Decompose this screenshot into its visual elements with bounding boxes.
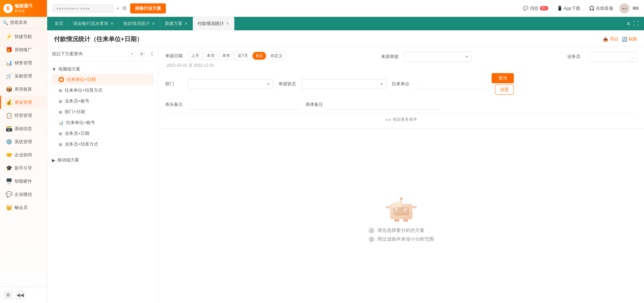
vip-icon: 👑: [6, 204, 12, 211]
settings-footer-btn[interactable]: ⚙: [3, 290, 13, 300]
scheme-dept-date[interactable]: ▦ 部门+日期: [52, 107, 153, 117]
trial-btn[interactable]: 体验行业方案: [130, 3, 166, 13]
sidebar-item-inventory[interactable]: 📦 库存核算: [0, 83, 47, 96]
app-logo-text: 畅捷通巧 标准版: [15, 3, 32, 14]
scheme-counterpart-account[interactable]: 📊 往来单位+账号: [52, 117, 153, 128]
collapse-panel-btn[interactable]: 《: [148, 51, 153, 58]
settings-icon[interactable]: ⚙: [122, 5, 127, 11]
sidebar-item-marketing[interactable]: 🎁 营销推广: [0, 43, 47, 56]
dept-arrow: ▼: [267, 82, 270, 86]
sidebar-item-sales[interactable]: 📊 销售管理: [0, 56, 47, 69]
tabs-controls: ✕ ⛶: [623, 21, 641, 27]
voucher-status-label: 单据状态: [279, 81, 299, 87]
tab-cashflow[interactable]: 现金银行流水查询 ✕: [68, 17, 119, 30]
salesman-label: 业务员: [567, 54, 587, 60]
empty-state-illustration: [384, 190, 418, 223]
scheme-salesman-account[interactable]: ▦ 业务员+账号: [52, 96, 153, 107]
scheme-chart-icon: 📊: [59, 121, 63, 125]
tab-maximize-btn[interactable]: ⛶: [633, 21, 639, 27]
user-avatar[interactable]: ●●: [619, 3, 630, 13]
scheme-salesman-settle[interactable]: ▦ 业务员+结算方式: [52, 139, 153, 150]
sidebar-item-finance[interactable]: 💰 资金管理: [0, 96, 47, 109]
scheme-counterpart-date[interactable]: 往来单位+日期: [52, 74, 153, 85]
sidebar-item-operation[interactable]: 📋 经营管理: [0, 109, 47, 122]
tab-newscheme-close[interactable]: ✕: [184, 21, 188, 26]
search-menu[interactable]: 🔍 搜索菜单: [0, 17, 47, 29]
dept-select[interactable]: ▼: [188, 79, 273, 89]
sidebar-item-guide[interactable]: 🎓 新手引导: [0, 161, 47, 175]
tab-receipts-close[interactable]: ✕: [152, 21, 155, 26]
operation-icon: 📋: [6, 112, 12, 119]
left-panel-actions: + ⚙: [128, 50, 145, 58]
scheme-counterpart-settle[interactable]: ▦ 往来单位+结算方式: [52, 85, 153, 96]
body-note-input[interactable]: [328, 99, 440, 110]
svg-rect-10: [394, 219, 399, 221]
sidebar-item-system[interactable]: ⚙️ 系统管理: [0, 135, 47, 148]
page-header: 付款情况统计（往来单位+日期） 📤 导出 🔄 刷新: [47, 30, 644, 47]
scheme-salesman-date[interactable]: ▦ 业务员+日期: [52, 128, 153, 139]
main-area: ●●●●●●●● ▸ ●●●● ▾ ⚙ 体验行业方案 💬 消息 99+ 📱 Ap…: [47, 0, 644, 303]
collapse-conditions-area: ∧∧ 收起更多条件: [165, 113, 637, 124]
tab-home[interactable]: 首页: [50, 17, 68, 30]
source-select[interactable]: ▼: [404, 52, 471, 62]
pc-section-arrow: ▼: [52, 67, 56, 72]
pc-section-header[interactable]: ▼ 电脑端方案: [52, 64, 153, 74]
tip-num-1: 1: [369, 228, 375, 234]
user-name-display[interactable]: Rit: [633, 6, 639, 11]
export-btn[interactable]: 📤 导出: [603, 36, 618, 42]
sidebar-item-hardware[interactable]: 🖥️ 智能硬件: [0, 175, 47, 188]
page-title: 付款情况统计（往来单位+日期）: [54, 35, 143, 43]
dept-label: 部门: [165, 81, 185, 87]
hardware-icon: 🖥️: [6, 178, 12, 184]
header-note-input[interactable]: [188, 99, 300, 110]
collapse-conditions-btn[interactable]: ∧∧ 收起更多条件: [385, 117, 417, 122]
salesman-select[interactable]: ...: [590, 52, 637, 62]
app-download-action[interactable]: 📱 App下载: [554, 4, 583, 13]
online-service-action[interactable]: 🎧 在线客服: [586, 4, 616, 13]
tab-receipts[interactable]: 收款情况统计 ✕: [119, 17, 160, 30]
this-year-btn[interactable]: 本年: [219, 52, 233, 60]
query-btn[interactable]: 查询: [492, 73, 514, 83]
this-month-btn[interactable]: 本月: [204, 52, 218, 60]
collapse-sidebar-btn[interactable]: ◀◀: [16, 290, 25, 300]
guide-icon: 🎓: [6, 165, 12, 171]
sidebar-header: 6 畅捷通巧 标准版: [0, 0, 47, 17]
filter-settings-btn[interactable]: 设置: [495, 85, 514, 95]
sidebar-item-purchase[interactable]: 🛒 采购管理: [0, 69, 47, 83]
message-action[interactable]: 💬 消息 99+: [520, 4, 551, 13]
tab-newscheme[interactable]: 新建方案 ✕: [160, 17, 193, 30]
tab-close-all-btn[interactable]: ✕: [626, 21, 631, 27]
sidebar-item-vip[interactable]: 👑 畅会员: [0, 201, 47, 214]
last-7-days-btn[interactable]: 近7天: [235, 52, 251, 60]
counterpart-input[interactable]: ...: [415, 79, 486, 89]
address-bar[interactable]: ●●●●●●●● ▸ ●●●●: [53, 4, 113, 12]
tab-cashflow-close[interactable]: ✕: [110, 21, 114, 26]
custom-date-btn[interactable]: 自定义: [267, 52, 286, 60]
salesman-dots[interactable]: ...: [631, 54, 634, 59]
mobile-section-header[interactable]: ▶ 移动端方案: [52, 155, 153, 165]
sidebar-item-wechat[interactable]: 💬 企业微信: [0, 188, 47, 201]
quicknav-icon: ⚡: [6, 33, 12, 40]
page-header-actions: 📤 导出 🔄 刷新: [603, 36, 637, 42]
more-date-btn[interactable]: 更多: [253, 52, 266, 60]
refresh-btn[interactable]: 🔄 刷新: [622, 36, 637, 42]
svg-rect-9: [412, 206, 417, 208]
sidebar-item-enterprise[interactable]: 🤝 企业协同: [0, 148, 47, 161]
sidebar-item-basic[interactable]: 🗃️ 基础信息: [0, 122, 47, 135]
address-dropdown[interactable]: ▾: [117, 6, 119, 11]
sidebar-item-quicknav[interactable]: ⚡ 快捷导航: [0, 30, 47, 43]
tab-payment-close[interactable]: ✕: [226, 21, 229, 26]
scheme-settings-btn[interactable]: ⚙: [138, 50, 145, 58]
right-panel: 单据日期 上月 本月 本年 近7天 更多 自定义 2022-01-01 至 20…: [158, 47, 644, 303]
svg-point-7: [400, 197, 403, 200]
active-scheme-icon: [59, 77, 64, 82]
mobile-scheme-section: ▶ 移动端方案: [47, 152, 158, 168]
add-scheme-btn[interactable]: +: [128, 50, 136, 58]
filter-actions: 查询 设置: [492, 73, 514, 95]
tab-payment[interactable]: 付款情况统计 ✕: [193, 17, 234, 30]
last-month-btn[interactable]: 上月: [188, 52, 202, 60]
scheme-table-icon-5: ▦: [59, 131, 62, 136]
voucher-status-select[interactable]: ▼: [301, 79, 386, 89]
source-select-arrow: ▼: [465, 55, 468, 59]
app-logo-icon: 6: [3, 4, 13, 13]
